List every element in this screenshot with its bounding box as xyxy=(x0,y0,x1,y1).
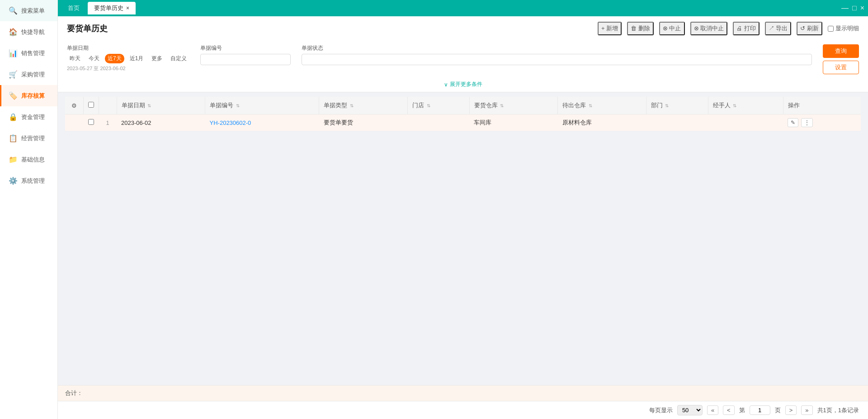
sidebar-item-operations[interactable]: 📋经营管理 xyxy=(0,128,57,149)
prev-page-btn[interactable]: < xyxy=(723,405,735,415)
row-order-no-0[interactable]: YH-20230602-0 xyxy=(205,114,319,131)
sidebar-label-search: 搜索菜单 xyxy=(21,7,45,15)
date-custom-btn[interactable]: 自定义 xyxy=(168,54,189,63)
sidebar-item-sales[interactable]: 📊销售管理 xyxy=(0,43,57,64)
sidebar-item-inventory[interactable]: 🏷️库存核算 xyxy=(0,85,57,106)
page-input[interactable] xyxy=(750,405,770,415)
sort-order-type-icon: ⇅ xyxy=(350,103,354,108)
new-btn[interactable]: + 新增 xyxy=(598,22,622,35)
select-all-checkbox[interactable] xyxy=(88,102,94,108)
page-size-label: 每页显示 xyxy=(649,406,673,414)
delete-btn[interactable]: 🗑 删除 xyxy=(627,22,654,35)
row-pending-warehouse-0: 原材料仓库 xyxy=(558,114,646,131)
col-date[interactable]: 单据日期 ⇅ xyxy=(117,97,205,114)
col-req-warehouse[interactable]: 要货仓库 ⇅ xyxy=(469,97,558,114)
col-settings[interactable]: ⚙ xyxy=(65,97,83,114)
date-today-btn[interactable]: 今天 xyxy=(86,54,102,63)
row-req-warehouse-0: 车间库 xyxy=(469,114,558,131)
date-quick-btns: 昨天 今天 近7天 近1月 更多 自定义 xyxy=(67,54,189,63)
sidebar-label-base-info: 基础信息 xyxy=(21,156,45,164)
status-select[interactable] xyxy=(302,54,812,65)
page-size-select[interactable]: 50 20 100 200 xyxy=(677,405,703,415)
tab-request-history[interactable]: 要货单历史× xyxy=(88,2,136,14)
finance-icon: 🔒 xyxy=(9,113,18,121)
filter-row: 单据日期 昨天 今天 近7天 近1月 更多 自定义 2023-05-27 至 2… xyxy=(67,41,859,79)
sort-pending-warehouse-icon: ⇅ xyxy=(589,103,592,108)
col-req-warehouse-label: 要货仓库 xyxy=(474,102,498,109)
sidebar-item-search[interactable]: 🔍搜索菜单 xyxy=(0,0,57,21)
sidebar-item-base-info[interactable]: 📁基础信息 xyxy=(0,149,57,170)
window-min-btn[interactable]: — xyxy=(841,4,849,12)
row-department-0 xyxy=(646,114,708,131)
col-order-no[interactable]: 单据编号 ⇅ xyxy=(205,97,319,114)
window-close-btn[interactable]: × xyxy=(860,4,864,12)
row-checkbox-0[interactable] xyxy=(83,114,99,131)
order-no-input[interactable] xyxy=(200,54,291,65)
col-pending-warehouse[interactable]: 待出仓库 ⇅ xyxy=(558,97,646,114)
order-no-label: 单据编号 xyxy=(200,44,291,52)
refresh-btn[interactable]: ↺ 刷新 xyxy=(797,22,822,35)
display-detail-label: 显示明细 xyxy=(835,24,859,33)
row-order-no-link-0[interactable]: YH-20230602-0 xyxy=(210,119,251,126)
col-order-type[interactable]: 单据类型 ⇅ xyxy=(319,97,408,114)
tab-label-home: 首页 xyxy=(68,4,80,12)
query-btn[interactable]: 查询 xyxy=(823,44,859,58)
sidebar-label-inventory: 库存核算 xyxy=(21,92,45,100)
tab-home[interactable]: 首页 xyxy=(61,2,86,14)
col-store[interactable]: 门店 ⇅ xyxy=(407,97,469,114)
sidebar-item-quick-nav[interactable]: 🏠快捷导航 xyxy=(0,21,57,43)
col-department-label: 部门 xyxy=(651,102,663,109)
sort-req-warehouse-icon: ⇅ xyxy=(500,103,504,108)
date-7days-btn[interactable]: 近7天 xyxy=(105,54,124,63)
sidebar-item-system[interactable]: ⚙️系统管理 xyxy=(0,170,57,191)
date-yesterday-btn[interactable]: 昨天 xyxy=(67,54,83,63)
date-filter-label: 单据日期 xyxy=(67,44,89,52)
page-title: 要货单历史 xyxy=(67,23,108,34)
stop-btn[interactable]: ⊗ 中止 xyxy=(659,22,685,35)
operations-icon: 📋 xyxy=(9,134,18,143)
sort-department-icon: ⇅ xyxy=(665,103,669,108)
sidebar-label-purchase: 采购管理 xyxy=(21,71,45,79)
cancel-stop-btn[interactable]: ⊗ 取消中止 xyxy=(690,22,728,35)
next-page-btn[interactable]: > xyxy=(785,405,797,415)
expand-btn[interactable]: ∨ 展开更多条件 xyxy=(444,81,482,88)
tab-close-request-history[interactable]: × xyxy=(126,5,129,11)
table-body: 1 2023-06-02 YH-20230602-0 要货单要货 车间库 原材料… xyxy=(65,114,861,131)
row-more-btn-0[interactable]: ⋮ xyxy=(801,118,813,127)
sidebar-label-system: 系统管理 xyxy=(21,177,45,185)
row-date-0: 2023-06-02 xyxy=(117,114,205,131)
row-check-0[interactable] xyxy=(88,119,94,125)
col-checkbox xyxy=(83,97,99,114)
settings-btn[interactable]: 设置 xyxy=(823,61,859,74)
col-handler[interactable]: 经手人 ⇅ xyxy=(708,97,783,114)
table-footer: 合计： xyxy=(58,385,868,401)
table-row[interactable]: 1 2023-06-02 YH-20230602-0 要货单要货 车间库 原材料… xyxy=(65,114,861,131)
print-btn[interactable]: 🖨 打印 xyxy=(733,22,760,35)
col-date-label: 单据日期 xyxy=(122,102,145,109)
window-max-btn[interactable]: □ xyxy=(852,4,857,12)
last-page-btn[interactable]: » xyxy=(801,405,812,415)
date-1month-btn[interactable]: 近1月 xyxy=(127,54,146,63)
action-buttons: 查询 设置 xyxy=(823,44,859,74)
row-edit-btn-0[interactable]: ✎ xyxy=(788,118,798,127)
display-detail-checkbox[interactable] xyxy=(828,26,834,32)
purchase-icon: 🛒 xyxy=(9,70,18,79)
col-store-label: 门店 xyxy=(412,102,424,109)
first-page-btn[interactable]: « xyxy=(707,405,718,415)
order-no-filter-group: 单据编号 xyxy=(200,44,291,65)
col-department[interactable]: 部门 ⇅ xyxy=(646,97,708,114)
sales-icon: 📊 xyxy=(9,49,18,57)
sidebar-item-finance[interactable]: 🔒资金管理 xyxy=(0,106,57,128)
row-gear-0 xyxy=(65,114,83,131)
sidebar-label-quick-nav: 快捷导航 xyxy=(21,28,45,36)
date-more-btn[interactable]: 更多 xyxy=(149,54,165,63)
table-header-row: ⚙ 单据日期 ⇅ 单据编号 ⇅ xyxy=(65,97,861,114)
page-suffix: 页 xyxy=(775,406,781,414)
display-detail-toggle[interactable]: 显示明细 xyxy=(828,24,859,33)
date-filter-group: 单据日期 昨天 今天 近7天 近1月 更多 自定义 2023-05-27 至 2… xyxy=(67,44,189,72)
inventory-icon: 🏷️ xyxy=(9,91,18,100)
base-info-icon: 📁 xyxy=(9,155,18,164)
sidebar-item-purchase[interactable]: 🛒采购管理 xyxy=(0,64,57,85)
footer-label: 合计： xyxy=(65,390,83,396)
export-btn[interactable]: ↗ 导出 xyxy=(765,22,792,35)
